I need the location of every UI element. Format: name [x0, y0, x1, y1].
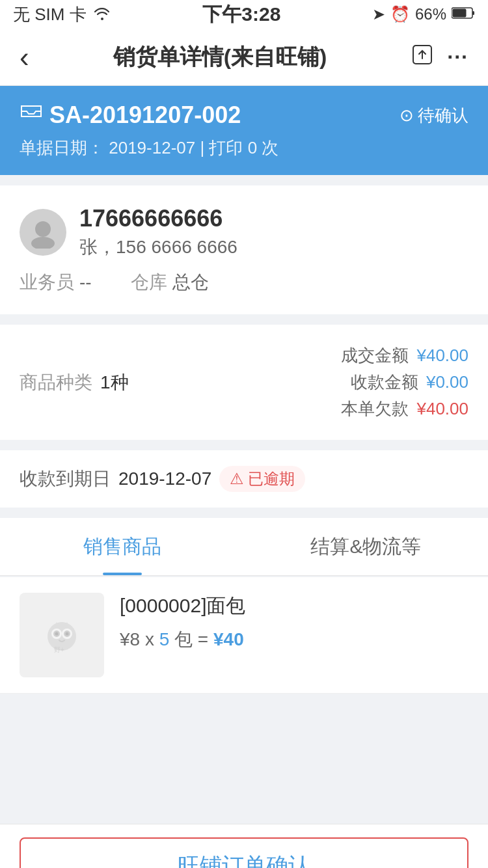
order-date-value: 2019-12-07	[109, 138, 195, 157]
battery-icon	[452, 5, 475, 23]
tab-active-indicator	[103, 573, 142, 575]
order-status-text: 待确认	[418, 104, 468, 127]
svg-point-11	[55, 632, 59, 636]
alarm-icon: ⏰	[390, 5, 410, 23]
order-date-row: 单据日期： 2019-12-07 | 打印 0 次	[20, 137, 468, 159]
sales-label: 业务员	[20, 270, 74, 295]
received-label: 收款金额	[351, 371, 418, 394]
status-bar: 无 SIM 卡 下午3:28 ➤ ⏰ 66%	[0, 0, 488, 29]
product-info: [0000002]面包 ¥8 x 5 包 = ¥40	[120, 593, 468, 652]
customer-info: 17666666666 张，156 6666 6666	[79, 205, 237, 260]
summary-card: 商品种类 1种 成交金额 ¥40.00 收款金额 ¥0.00 本单欠款 ¥40.…	[0, 325, 488, 440]
order-id-container: SA-20191207-002	[20, 102, 241, 129]
clock-icon: ⊙	[400, 105, 414, 126]
customer-phone: 17666666666	[79, 205, 237, 232]
order-print-info: | 打印 0 次	[200, 138, 278, 157]
balance-value: ¥40.00	[416, 399, 468, 419]
product-price: ¥8 x 5 包 = ¥40	[120, 627, 468, 652]
overdue-text: 已逾期	[248, 468, 295, 489]
received-value: ¥0.00	[426, 372, 468, 392]
svg-point-5	[31, 237, 55, 249]
equals: =	[198, 629, 213, 649]
order-header: SA-20191207-002 ⊙ 待确认 单据日期： 2019-12-07 |…	[0, 86, 488, 175]
sales-meta: 业务员 --	[20, 270, 92, 295]
svg-point-4	[35, 221, 51, 237]
more-button[interactable]: ···	[447, 45, 468, 69]
product-kind-value: 1种	[100, 370, 129, 395]
tab-sales-products[interactable]: 销售商品	[0, 518, 244, 575]
tab-settlement-label: 结算&物流等	[310, 534, 421, 560]
balance-row: 本单欠款 ¥40.00	[341, 398, 468, 420]
back-button[interactable]: ‹	[20, 41, 29, 74]
deal-amount-value: ¥40.00	[416, 346, 468, 366]
price-separator: x	[145, 629, 159, 649]
product-list: 野+ [0000002]面包 ¥8 x 5 包 = ¥40	[0, 577, 488, 694]
order-status: ⊙ 待确认	[400, 104, 468, 127]
content-spacer	[0, 694, 488, 824]
product-kind-label: 商品种类	[20, 370, 92, 395]
status-right: ➤ ⏰ 66%	[372, 5, 475, 23]
sales-value: --	[79, 272, 92, 293]
overdue-badge: ⚠ 已逾期	[219, 466, 305, 492]
total-price: ¥40	[213, 629, 244, 649]
wifi-icon	[93, 5, 111, 25]
nav-actions: ···	[411, 43, 468, 71]
inbox-icon	[20, 102, 43, 129]
balance-label: 本单欠款	[341, 398, 409, 420]
order-id-text: SA-20191207-002	[49, 102, 241, 129]
battery-text: 66%	[415, 5, 446, 23]
product-name: [0000002]面包	[120, 593, 468, 619]
product-thumbnail: 野+	[20, 593, 104, 677]
customer-card: 17666666666 张，156 6666 6666 业务员 -- 仓库 总仓	[0, 185, 488, 314]
tabs-container: 销售商品 结算&物流等	[0, 518, 488, 576]
due-date-label: 收款到期日	[20, 467, 111, 491]
deal-amount-label: 成交金额	[341, 344, 409, 367]
tab-sales-label: 销售商品	[83, 534, 161, 560]
no-sim-text: 无 SIM 卡	[13, 3, 87, 26]
svg-text:野+: 野+	[54, 646, 64, 653]
deal-amount-row: 成交金额 ¥40.00	[341, 344, 468, 367]
received-amount-row: 收款金额 ¥0.00	[351, 371, 468, 394]
product-item: 野+ [0000002]面包 ¥8 x 5 包 = ¥40	[0, 577, 488, 694]
unit-price: ¥8	[120, 629, 140, 649]
amounts-section: 成交金额 ¥40.00 收款金额 ¥0.00 本单欠款 ¥40.00	[341, 344, 468, 420]
unit: 包	[174, 629, 193, 649]
warning-icon: ⚠	[230, 470, 244, 488]
svg-point-12	[66, 632, 69, 636]
warehouse-value: 总仓	[172, 270, 209, 295]
product-kind-section: 商品种类 1种	[20, 344, 129, 420]
quantity: 5	[159, 629, 170, 649]
customer-name-phone: 张，156 6666 6666	[79, 235, 237, 260]
order-date-label: 单据日期：	[20, 138, 104, 157]
status-left: 无 SIM 卡	[13, 3, 111, 26]
tab-settlement[interactable]: 结算&物流等	[244, 518, 488, 575]
confirm-order-button[interactable]: 旺铺订单确认	[20, 837, 468, 868]
status-time: 下午3:28	[202, 1, 280, 28]
due-date-card: 收款到期日 2019-12-07 ⚠ 已逾期	[0, 450, 488, 508]
svg-rect-2	[452, 9, 466, 18]
due-date-value: 2019-12-07	[118, 468, 211, 489]
customer-avatar	[20, 209, 66, 256]
warehouse-meta: 仓库 总仓	[131, 270, 209, 295]
warehouse-label: 仓库	[131, 270, 167, 295]
location-icon: ➤	[372, 5, 385, 23]
bottom-bar: 旺铺订单确认	[0, 824, 488, 868]
share-button[interactable]	[411, 43, 434, 71]
page-title: 销货单详情(来自旺铺)	[113, 42, 327, 72]
svg-rect-1	[472, 11, 474, 15]
nav-bar: ‹ 销货单详情(来自旺铺) ···	[0, 29, 488, 86]
